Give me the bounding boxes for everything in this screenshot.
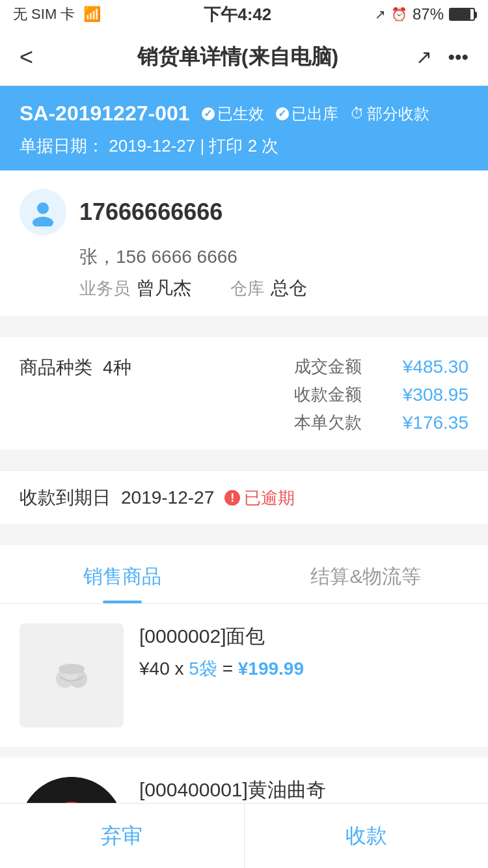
page-title: 销货单详情(来自电脑) — [46, 43, 429, 72]
tabs: 销售商品 结算&物流等 — [0, 545, 488, 603]
price-qty-1: 5袋 — [189, 658, 217, 679]
type-count: 4种 — [103, 355, 131, 380]
check-icon-1: ✓ — [202, 107, 215, 120]
status-bar: 无 SIM 卡 📶 下午4:42 ↗ ⏰ 87% — [0, 0, 488, 29]
overdue-label: 收款到期日 — [20, 485, 111, 510]
back-button[interactable]: < — [20, 44, 33, 71]
status-shipped: ✓ 已出库 — [276, 103, 338, 124]
status-shipped-label: 已出库 — [291, 103, 338, 124]
network-status: 无 SIM 卡 📶 — [13, 5, 101, 24]
overdue-dot-icon: ! — [224, 490, 240, 506]
deal-row: 成交金额 ¥485.30 — [294, 355, 468, 378]
stats-section: 商品种类 4种 成交金额 ¥485.30 收款金额 ¥308.95 本单欠款 ¥… — [0, 337, 488, 450]
overdue-date: 2019-12-27 — [121, 487, 214, 508]
clock-icon: ⏱ — [350, 105, 364, 122]
price-base-1: ¥40 — [139, 658, 170, 679]
status-effective-label: 已生效 — [217, 103, 264, 124]
customer-name: 张，156 6666 6666 — [79, 245, 468, 269]
stats-right: 成交金额 ¥485.30 收款金额 ¥308.95 本单欠款 ¥176.35 — [294, 355, 468, 434]
bottom-bar: 弃审 收款 — [0, 803, 488, 868]
svg-point-5 — [59, 664, 85, 674]
product-name-1: [0000002]面包 — [139, 623, 468, 650]
alarm-icon: ⏰ — [391, 7, 407, 22]
warehouse-value: 总仓 — [271, 276, 307, 301]
tab-settlement-label: 结算&物流等 — [310, 565, 421, 587]
overdue-section: 收款到期日 2019-12-27 ! 已逾期 — [0, 470, 488, 524]
more-icon[interactable]: ••• — [448, 46, 468, 68]
date-label: 单据日期： — [20, 136, 104, 156]
battery-status: 87% — [413, 5, 444, 23]
print-info: | 打印 2 次 — [200, 136, 278, 156]
customer-id: 17666666666 — [79, 198, 223, 226]
svg-point-0 — [37, 202, 49, 214]
nav-actions: ↗︎ ••• — [416, 46, 468, 68]
warehouse-meta: 仓库 总仓 — [230, 276, 307, 301]
status-right: ↗ ⏰ 87% — [375, 5, 475, 23]
product-price-1: ¥40 x 5袋 = ¥199.99 — [139, 657, 468, 681]
product-item: [0000002]面包 ¥40 x 5袋 = ¥199.99 — [0, 604, 488, 747]
order-id-label: SA-20191227-001 — [20, 102, 190, 126]
tab-sales-products[interactable]: 销售商品 — [0, 545, 244, 603]
order-date: 单据日期： 2019-12-27 | 打印 2 次 — [20, 135, 468, 157]
price-x-1: x — [175, 658, 189, 679]
status-left: 无 SIM 卡 📶 — [13, 5, 101, 24]
sales-meta: 业务员 曾凡杰 — [79, 276, 191, 301]
receipt-label: 收款金额 — [294, 383, 362, 406]
check-icon-2: ✓ — [276, 107, 289, 120]
status-effective: ✓ 已生效 — [202, 103, 264, 124]
warehouse-label: 仓库 — [230, 277, 264, 300]
deal-label: 成交金额 — [294, 355, 362, 378]
svg-point-1 — [33, 217, 53, 226]
divider-2 — [0, 460, 488, 470]
location-icon: ↗ — [375, 7, 386, 22]
tab-sales-label: 销售商品 — [83, 565, 161, 587]
cancel-button[interactable]: 弃审 — [0, 804, 245, 869]
status-partial: ⏱ 部分收款 — [350, 103, 429, 124]
deal-value: ¥485.30 — [377, 357, 468, 377]
price-eq-1: = — [223, 658, 238, 679]
product-info-1: [0000002]面包 ¥40 x 5袋 = ¥199.99 — [139, 623, 468, 681]
battery-icon — [449, 8, 475, 21]
product-name-2: [000400001]黄油曲奇 — [139, 777, 468, 804]
status-partial-label: 部分收款 — [367, 103, 429, 124]
stats-left: 商品种类 4种 — [20, 355, 294, 380]
avatar — [20, 189, 66, 236]
tabs-section: 销售商品 结算&物流等 — [0, 545, 488, 604]
date-value: 2019-12-27 — [109, 136, 195, 156]
share-icon[interactable]: ↗︎ — [416, 46, 432, 68]
customer-meta: 业务员 曾凡杰 仓库 总仓 — [79, 276, 468, 301]
nav-bar: < 销货单详情(来自电脑) ↗︎ ••• — [0, 29, 488, 86]
sales-label: 业务员 — [79, 277, 130, 300]
price-total-1: ¥199.99 — [238, 658, 304, 679]
divider-1 — [0, 327, 488, 337]
tab-settlement[interactable]: 结算&物流等 — [244, 545, 488, 603]
debt-label: 本单欠款 — [294, 411, 362, 434]
type-label: 商品种类 — [20, 355, 92, 380]
overdue-text: 已逾期 — [244, 487, 295, 509]
sales-value: 曾凡杰 — [137, 276, 191, 301]
receipt-row: 收款金额 ¥308.95 — [294, 383, 468, 406]
product-image-1 — [20, 623, 124, 727]
debt-row: 本单欠款 ¥176.35 — [294, 411, 468, 434]
confirm-button[interactable]: 收款 — [245, 804, 489, 869]
debt-value: ¥176.35 — [377, 413, 468, 433]
overdue-badge: ! 已逾期 — [224, 487, 295, 509]
divider-3 — [0, 535, 488, 545]
status-time: 下午4:42 — [204, 3, 271, 26]
order-header: SA-20191227-001 ✓ 已生效 ✓ 已出库 ⏱ 部分收款 单据日期：… — [0, 86, 488, 170]
order-id-row: SA-20191227-001 ✓ 已生效 ✓ 已出库 ⏱ 部分收款 — [20, 102, 468, 126]
receipt-value: ¥308.95 — [377, 385, 468, 405]
customer-section: 17666666666 张，156 6666 6666 业务员 曾凡杰 仓库 总… — [0, 170, 488, 316]
customer-row: 17666666666 — [20, 189, 468, 236]
